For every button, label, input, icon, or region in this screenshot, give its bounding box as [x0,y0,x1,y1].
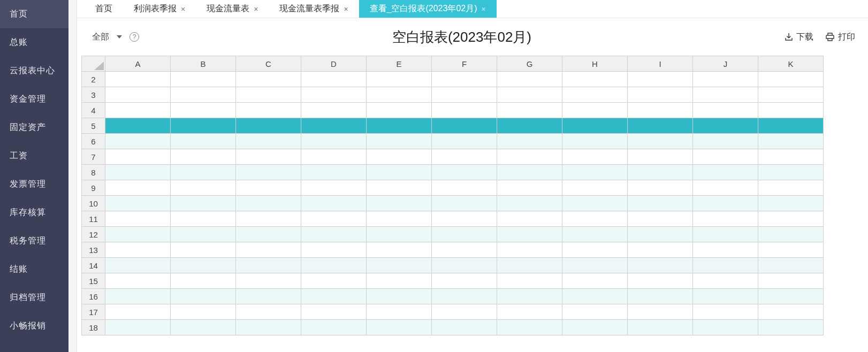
cell-D9[interactable] [301,180,367,196]
cell-K18[interactable] [758,320,824,335]
cell-F15[interactable] [432,273,497,289]
sidebar-item-11[interactable]: 小畅报销 [0,312,68,340]
cell-E18[interactable] [367,320,432,335]
cell-C11[interactable] [236,211,301,227]
cell-E9[interactable] [367,180,432,196]
cell-G5[interactable] [497,118,562,134]
cell-B3[interactable] [171,87,236,103]
cell-I2[interactable] [628,72,693,87]
row-header[interactable]: 11 [82,211,105,227]
cell-F8[interactable] [432,165,497,180]
cell-A17[interactable] [105,304,171,320]
cell-K2[interactable] [758,72,824,87]
cell-I13[interactable] [628,242,693,258]
cell-I12[interactable] [628,227,693,242]
cell-B13[interactable] [171,242,236,258]
row-header[interactable]: 16 [82,289,105,304]
cell-E10[interactable] [367,196,432,211]
cell-C7[interactable] [236,149,301,165]
cell-K17[interactable] [758,304,824,320]
row-header[interactable]: 10 [82,196,105,211]
tab-2[interactable]: 现金流量表× [196,0,269,18]
cell-G12[interactable] [497,227,562,242]
cell-H17[interactable] [562,304,628,320]
cell-J17[interactable] [693,304,758,320]
cell-G11[interactable] [497,211,562,227]
cell-K8[interactable] [758,165,824,180]
cell-C5[interactable] [236,118,301,134]
cell-K10[interactable] [758,196,824,211]
row-header[interactable]: 17 [82,304,105,320]
cell-D8[interactable] [301,165,367,180]
cell-J9[interactable] [693,180,758,196]
cell-B8[interactable] [171,165,236,180]
cell-A3[interactable] [105,87,171,103]
cell-H6[interactable] [562,134,628,149]
column-header-D[interactable]: D [301,56,367,72]
cell-B9[interactable] [171,180,236,196]
cell-F3[interactable] [432,87,497,103]
cell-B7[interactable] [171,149,236,165]
row-header[interactable]: 12 [82,227,105,242]
column-header-E[interactable]: E [367,56,432,72]
cell-B10[interactable] [171,196,236,211]
cell-H10[interactable] [562,196,628,211]
row-header[interactable]: 4 [82,103,105,118]
cell-I8[interactable] [628,165,693,180]
cell-J3[interactable] [693,87,758,103]
cell-A4[interactable] [105,103,171,118]
cell-H13[interactable] [562,242,628,258]
cell-A16[interactable] [105,289,171,304]
cell-D18[interactable] [301,320,367,335]
row-header[interactable]: 14 [82,258,105,273]
cell-D15[interactable] [301,273,367,289]
column-header-F[interactable]: F [432,56,497,72]
close-icon[interactable]: × [254,5,258,13]
cell-A2[interactable] [105,72,171,87]
cell-C2[interactable] [236,72,301,87]
cell-I15[interactable] [628,273,693,289]
cell-F11[interactable] [432,211,497,227]
column-header-J[interactable]: J [693,56,758,72]
cell-I9[interactable] [628,180,693,196]
cell-K4[interactable] [758,103,824,118]
close-icon[interactable]: × [482,5,486,13]
row-header[interactable]: 5 [82,118,105,134]
cell-H18[interactable] [562,320,628,335]
cell-J7[interactable] [693,149,758,165]
chevron-down-icon[interactable] [117,35,122,39]
cell-C13[interactable] [236,242,301,258]
cell-C14[interactable] [236,258,301,273]
cell-B5[interactable] [171,118,236,134]
cell-K15[interactable] [758,273,824,289]
cell-D16[interactable] [301,289,367,304]
cell-K11[interactable] [758,211,824,227]
cell-E7[interactable] [367,149,432,165]
cell-K14[interactable] [758,258,824,273]
cell-J14[interactable] [693,258,758,273]
download-button[interactable]: 下载 [785,32,813,43]
cell-H9[interactable] [562,180,628,196]
cell-I7[interactable] [628,149,693,165]
cell-F2[interactable] [432,72,497,87]
column-header-K[interactable]: K [758,56,824,72]
cell-G2[interactable] [497,72,562,87]
tab-0[interactable]: 首页 [85,0,123,18]
cell-D10[interactable] [301,196,367,211]
cell-B4[interactable] [171,103,236,118]
cell-E16[interactable] [367,289,432,304]
cell-C3[interactable] [236,87,301,103]
cell-C10[interactable] [236,196,301,211]
cell-C4[interactable] [236,103,301,118]
row-header[interactable]: 8 [82,165,105,180]
cell-F18[interactable] [432,320,497,335]
row-header[interactable]: 2 [82,72,105,87]
row-header[interactable]: 18 [82,320,105,335]
print-button[interactable]: 打印 [825,32,855,43]
cell-J13[interactable] [693,242,758,258]
tab-4[interactable]: 查看_空白报表(2023年02月)× [359,0,497,18]
cell-F17[interactable] [432,304,497,320]
cell-D17[interactable] [301,304,367,320]
cell-J16[interactable] [693,289,758,304]
cell-E14[interactable] [367,258,432,273]
